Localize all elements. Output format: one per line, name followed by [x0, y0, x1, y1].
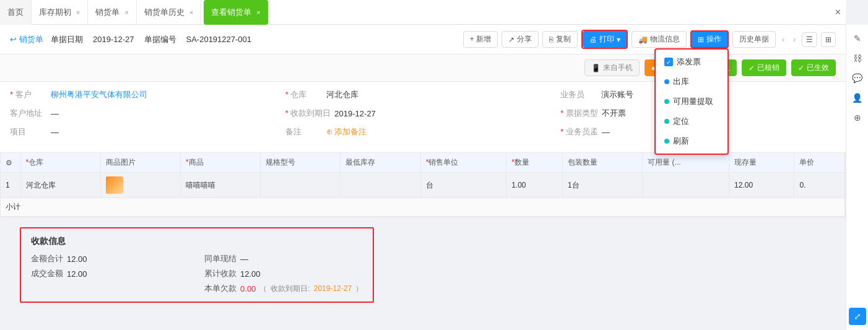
sidebar-edit-icon[interactable]: ✎: [849, 30, 866, 47]
row-pack-qty: 1台: [562, 173, 642, 198]
print-highlight: 🖨 打印 ▾: [581, 30, 628, 49]
tab-home[interactable]: 首页: [0, 0, 32, 25]
toolbar-right: + 新增 ↗ 分享 ⎘ 复制 🖨 打印 ▾ 🚚: [463, 30, 836, 49]
ops-grid-icon: ⊞: [698, 35, 704, 44]
tab-sales-history[interactable]: 销货单历史 ×: [137, 0, 201, 25]
balance-note: （: [259, 284, 267, 294]
print-button[interactable]: 🖨 打印 ▾: [583, 31, 627, 48]
ops-button[interactable]: ⊞ 操作: [690, 30, 729, 48]
total-value: 12.00: [67, 254, 87, 264]
warehouse-value: 河北仓库: [326, 89, 358, 100]
history-button[interactable]: 历史单据: [732, 31, 776, 48]
effective-icon: ✓: [798, 64, 804, 72]
col-gear[interactable]: ⚙: [1, 153, 20, 173]
cancel-icon: ✓: [749, 64, 755, 72]
add-invoice-label: 添发票: [677, 56, 701, 67]
remark-field: 备注 ⊕ 添加备注: [285, 126, 561, 137]
warehouse-field: 仓库 河北仓库: [285, 89, 561, 100]
product-image: [106, 176, 123, 194]
staff-value: 演示账号: [601, 89, 633, 100]
locate-label: 定位: [673, 116, 689, 127]
ops-add-invoice[interactable]: ✓ 添发票: [656, 52, 727, 72]
balance-note-close: ）: [355, 284, 363, 294]
doc-type-badge: ↩ 销货单: [10, 34, 43, 45]
right-sidebar: ✎ ⛓ 💬 👤 ⊕ ⤢: [846, 25, 868, 313]
date-value: 2019-12-27: [93, 35, 134, 44]
salesman-label: 业务员孟: [560, 126, 598, 137]
single-settlement-value: —: [240, 254, 248, 264]
row-index: 1: [1, 173, 20, 198]
subtotal-row: 小计: [1, 198, 845, 217]
number-value: SA-20191227-001: [186, 35, 252, 44]
ops-outbound[interactable]: 出库: [656, 72, 727, 92]
balance-item: 本单欠款 0.00 （ 收款到期日: 2019-12-27 ）: [204, 283, 363, 294]
logistics-button[interactable]: 🚚 物流信息: [631, 31, 687, 48]
cumulative-label: 累计收款: [204, 268, 237, 279]
row-spec: [261, 173, 341, 198]
effective-button[interactable]: ✓ 已生效: [791, 59, 836, 76]
remark-add[interactable]: ⊕ 添加备注: [326, 126, 367, 137]
data-table: ⚙ *仓库 商品图片 *商品 规格型号 最低库存 *销售单位 *数量 包装数量 …: [1, 153, 845, 217]
number-label: 单据编号: [144, 34, 176, 45]
layout-grid-btn[interactable]: ⊞: [821, 32, 836, 47]
summary-grid: 金额合计 12.00 同单现结 — 成交金额 12.00 累计收款 12.00: [31, 253, 363, 294]
balance-due-value: 2019-12-27: [314, 284, 352, 293]
ops-available-qty[interactable]: 可用量提取: [656, 92, 727, 111]
logistics-icon: 🚚: [638, 35, 648, 44]
balance-value: 0.00: [240, 284, 256, 293]
new-button[interactable]: + 新增: [463, 31, 498, 48]
row-available: [643, 173, 729, 198]
address-label: 客户地址: [10, 108, 47, 119]
table-header-row: ⚙ *仓库 商品图片 *商品 规格型号 最低库存 *销售单位 *数量 包装数量 …: [1, 153, 845, 173]
locate-dot: [664, 119, 669, 124]
data-table-wrap: ⚙ *仓库 商品图片 *商品 规格型号 最低库存 *销售单位 *数量 包装数量 …: [0, 152, 846, 217]
customer-value[interactable]: 柳州粤港平安气体有限公司: [51, 89, 147, 100]
transaction-label: 成交金额: [31, 268, 63, 279]
subtotal-label: 小计: [1, 198, 845, 217]
sidebar-comment-icon[interactable]: 💬: [849, 69, 866, 87]
nav-prev[interactable]: ‹: [779, 34, 787, 45]
summary-title: 收款信息: [31, 236, 363, 247]
ticket-type-label: 票据类型: [560, 108, 598, 119]
customer-label: 客户: [10, 89, 47, 100]
cancel-button[interactable]: ✓ 已核销: [742, 59, 786, 76]
inventory-tab-close[interactable]: ×: [76, 9, 80, 16]
row-unit: 台: [420, 173, 506, 198]
ops-locate[interactable]: 定位: [656, 111, 727, 131]
sales-history-tab-close[interactable]: ×: [189, 9, 193, 16]
tab-view-sales[interactable]: 查看销货单 ×: [204, 0, 268, 25]
mobile-icon: 📱: [591, 64, 601, 72]
view-sales-tab-label: 查看销货单: [211, 7, 251, 18]
col-min-stock: 最低库存: [341, 153, 420, 173]
copy-button[interactable]: ⎘ 复制: [542, 31, 578, 48]
sidebar-star-icon[interactable]: ⊕: [849, 109, 866, 126]
col-unit-price: 单价: [794, 153, 845, 173]
tab-inventory-init[interactable]: 库存期初 ×: [32, 0, 88, 25]
sidebar-link-icon[interactable]: ⛓: [849, 50, 866, 67]
due-date-field: 收款到期日 2019-12-27: [285, 108, 561, 119]
outbound-dot: [664, 79, 669, 84]
total-item: 金额合计 12.00: [31, 253, 189, 264]
row-current-stock: 12.00: [729, 173, 794, 198]
window-close-button[interactable]: ×: [830, 7, 846, 18]
project-value: —: [51, 128, 59, 137]
copy-icon: ⎘: [549, 35, 553, 44]
refresh-dot: [664, 139, 669, 144]
nav-next[interactable]: ›: [791, 34, 798, 45]
warehouse-label: 仓库: [285, 89, 323, 100]
view-sales-tab-close[interactable]: ×: [256, 9, 260, 16]
ops-dropdown-wrap: ⊞ 操作 ✓ 添发票 出库: [690, 30, 729, 48]
due-date-value: 2019-12-27: [334, 109, 376, 118]
mobile-button[interactable]: 📱 来自手机: [584, 59, 640, 76]
sidebar-expand-icon[interactable]: ⤢: [849, 308, 866, 313]
ops-refresh[interactable]: 刷新: [656, 131, 727, 151]
share-button[interactable]: ↗ 分享: [501, 31, 539, 48]
tab-sales-order[interactable]: 销货单 ×: [88, 0, 136, 25]
sales-order-tab-close[interactable]: ×: [124, 9, 128, 16]
date-label: 单据日期: [51, 34, 83, 45]
layout-list-btn[interactable]: ☰: [802, 32, 817, 47]
project-label: 项目: [10, 126, 47, 137]
print-icon: 🖨: [589, 35, 597, 44]
due-date-label: 收款到期日: [285, 108, 331, 119]
sidebar-user-icon[interactable]: 👤: [849, 89, 866, 106]
